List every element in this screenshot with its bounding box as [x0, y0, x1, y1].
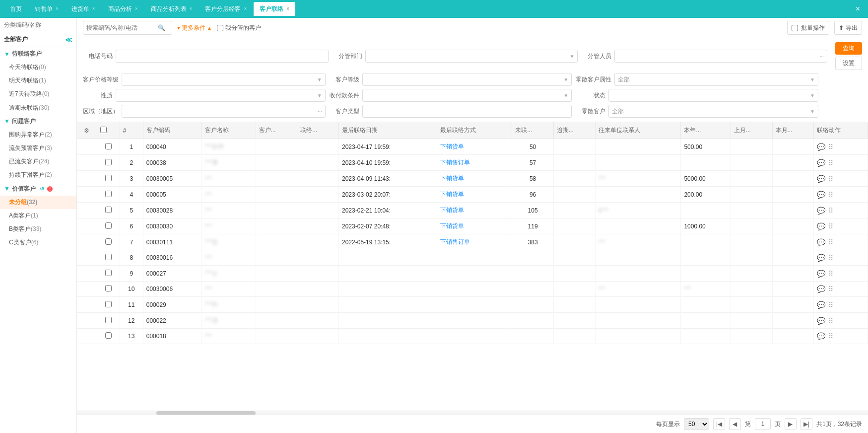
sidebar-item-unclassified[interactable]: 未分组(32) — [0, 196, 76, 209]
row-check-8[interactable] — [105, 270, 112, 276]
filter-retail-attr-select[interactable]: 全部 ▼ — [614, 73, 818, 86]
more-action-icon-1[interactable]: ⠿ — [828, 159, 833, 167]
tab-customer-segment-close[interactable]: × — [244, 2, 247, 16]
first-page-button[interactable]: |◀ — [713, 418, 725, 430]
row-check-9[interactable] — [105, 285, 112, 291]
row-check-11[interactable] — [105, 317, 112, 323]
contact-action-icon-12[interactable]: 💬 — [817, 332, 825, 340]
row-check-4[interactable] — [105, 207, 112, 213]
sidebar-item-7days-pending[interactable]: 近7天待联络(0) — [0, 87, 76, 101]
search-input[interactable] — [86, 24, 156, 31]
tab-purchase-close[interactable]: × — [92, 2, 95, 16]
sidebar-item-declining[interactable]: 持续下滑客户(2) — [0, 168, 76, 182]
tab-sales[interactable]: 销售单 × — [29, 2, 65, 16]
row-last-type-11[interactable] — [437, 313, 512, 329]
my-customers-checkbox[interactable]: 我分管的客户 — [217, 24, 261, 32]
row-checkbox-9[interactable] — [97, 282, 120, 297]
value-customers-group[interactable]: ▼ 价值客户 ↺ ! — [0, 182, 76, 196]
contact-action-icon-11[interactable]: 💬 — [817, 317, 825, 325]
col-overdue[interactable]: 逾期... — [553, 122, 595, 139]
refresh-icon[interactable]: ↺ — [40, 186, 44, 192]
sidebar-item-hoarding-abnormal[interactable]: 囤购异常客户(2) — [0, 128, 76, 142]
problem-customers-group[interactable]: ▼ 问题客户 — [0, 115, 76, 128]
more-action-icon-11[interactable]: ⠿ — [828, 317, 833, 325]
more-action-icon-4[interactable]: ⠿ — [828, 207, 833, 215]
col-unit-contact[interactable]: 往来单位联系人 — [595, 122, 681, 139]
tab-product-analysis-list-close[interactable]: × — [190, 2, 193, 16]
contact-action-icon-5[interactable]: 💬 — [817, 222, 825, 230]
pending-contact-group[interactable]: ▼ 待联络客户 — [0, 47, 76, 61]
filter-price-level-select[interactable]: ▼ — [122, 73, 326, 86]
row-checkbox-3[interactable] — [97, 187, 120, 203]
horizontal-scrollbar[interactable] — [77, 411, 868, 415]
contact-action-icon-3[interactable]: 💬 — [817, 191, 825, 199]
filter-customer-type-select[interactable] — [362, 105, 572, 118]
contact-action-icon-10[interactable]: 💬 — [817, 301, 825, 309]
col-this-month[interactable]: 本月... — [772, 122, 814, 139]
row-checkbox-11[interactable] — [97, 313, 120, 329]
contact-action-icon-9[interactable]: 💬 — [817, 285, 825, 293]
row-checkbox-1[interactable] — [97, 155, 120, 171]
page-size-select[interactable]: 50 20 100 — [684, 418, 709, 430]
sidebar-search-input[interactable] — [4, 21, 77, 28]
contact-type-link-6[interactable]: 下销售订单 — [440, 238, 470, 245]
batch-checkbox[interactable] — [792, 25, 798, 31]
row-last-type-8[interactable] — [437, 266, 512, 282]
filter-phone-input[interactable] — [116, 50, 329, 63]
row-check-7[interactable] — [105, 254, 112, 260]
last-page-button[interactable]: ▶| — [801, 418, 812, 430]
row-checkbox-6[interactable] — [97, 234, 120, 250]
row-check-5[interactable] — [105, 222, 112, 229]
sidebar-item-churn-warning[interactable]: 流失预警客户(3) — [0, 142, 76, 155]
row-last-type-5[interactable]: 下销货单 — [437, 218, 512, 234]
filter-manager-select[interactable]: ··· — [614, 50, 827, 63]
filter-region-select[interactable]: ··· — [122, 105, 326, 118]
tab-customer-contact-close[interactable]: × — [286, 2, 289, 16]
row-last-type-1[interactable]: 下销售订单 — [437, 155, 512, 171]
row-last-type-3[interactable]: 下销货单 — [437, 187, 512, 203]
row-check-2[interactable] — [105, 175, 112, 181]
col-last-month[interactable]: 上月... — [731, 122, 772, 139]
row-last-type-2[interactable]: 下销货单 — [437, 171, 512, 187]
row-checkbox-5[interactable] — [97, 218, 120, 234]
row-check-6[interactable] — [105, 238, 112, 245]
col-last-contact-date[interactable]: 最后联络日期 — [339, 122, 437, 139]
row-checkbox-12[interactable] — [97, 329, 120, 344]
row-last-type-6[interactable]: 下销售订单 — [437, 234, 512, 250]
export-button[interactable]: ⬆ 导出 — [834, 21, 862, 35]
contact-type-link-5[interactable]: 下销货单 — [440, 222, 464, 229]
row-checkbox-0[interactable] — [97, 139, 120, 155]
more-action-icon-6[interactable]: ⠿ — [828, 238, 833, 246]
tab-customer-segment[interactable]: 客户分层经客 × — [199, 2, 253, 16]
row-check-0[interactable] — [105, 143, 112, 149]
row-check-10[interactable] — [105, 301, 112, 307]
filter-retail-customer-select[interactable]: 全部 ▼ — [608, 105, 818, 118]
contact-action-icon-1[interactable]: 💬 — [817, 159, 825, 167]
prev-page-button[interactable]: ◀ — [729, 418, 741, 430]
more-action-icon-7[interactable]: ⠿ — [828, 254, 833, 262]
tab-product-analysis[interactable]: 商品分析 × — [102, 2, 144, 16]
contact-action-icon-2[interactable]: 💬 — [817, 175, 825, 183]
filter-dept-select[interactable]: ▼ — [365, 50, 578, 63]
col-uncontacted[interactable]: 未联... — [512, 122, 554, 139]
filter-status-select[interactable]: ▼ — [608, 89, 818, 102]
col-settings[interactable]: ⚙ — [77, 122, 97, 139]
tab-purchase[interactable]: 进货单 × — [66, 2, 101, 16]
contact-type-link-4[interactable]: 下销货单 — [440, 207, 464, 214]
contact-action-icon-8[interactable]: 💬 — [817, 270, 825, 278]
sidebar-item-a-class[interactable]: A类客户(1) — [0, 209, 76, 222]
row-check-3[interactable] — [105, 191, 112, 197]
reset-button[interactable]: 设置 — [835, 57, 862, 70]
contact-type-link-1[interactable]: 下销售订单 — [440, 159, 470, 166]
contact-action-icon-7[interactable]: 💬 — [817, 254, 825, 262]
all-customers-header[interactable]: 全部客户 ≪ — [0, 32, 76, 47]
row-checkbox-7[interactable] — [97, 250, 120, 266]
my-customers-check[interactable] — [217, 25, 223, 31]
row-checkbox-10[interactable] — [97, 297, 120, 313]
more-action-icon-8[interactable]: ⠿ — [828, 270, 833, 278]
query-button[interactable]: 查询 — [835, 42, 862, 55]
sidebar-item-tomorrow-pending[interactable]: 明天待联络(1) — [0, 74, 76, 87]
col-code[interactable]: 客户编码 — [143, 122, 201, 139]
collapse-icon[interactable]: ≪ — [65, 36, 72, 44]
row-check-1[interactable] — [105, 159, 112, 165]
